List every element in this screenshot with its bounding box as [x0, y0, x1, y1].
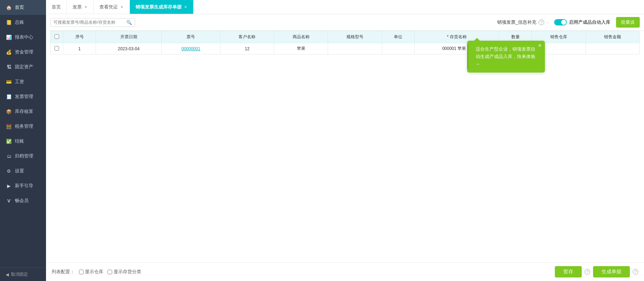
- th-customer: 客户名称: [220, 31, 274, 43]
- search-input[interactable]: [53, 20, 125, 25]
- sidebar-label-archive: 归档管理: [15, 153, 33, 159]
- sidebar-item-tax[interactable]: 🧮 税务管理: [0, 119, 46, 134]
- home-icon: 🏠: [6, 4, 12, 11]
- show-warehouse-checkbox[interactable]: [79, 270, 84, 274]
- list-config: 列表配置： 显示仓库 显示存货分类: [52, 269, 141, 275]
- sidebar-item-assets[interactable]: 🏗 固定资产: [0, 59, 46, 74]
- tab-bar: 首页 发票 × 查看凭证 × 销项发票生成库存单据 ×: [46, 0, 644, 14]
- show-category-checkbox[interactable]: [108, 270, 112, 274]
- tab-invoice-close[interactable]: ×: [84, 5, 88, 10]
- sidebar-label-reports: 报表中心: [15, 34, 33, 40]
- row-checkbox-cell[interactable]: [51, 43, 63, 55]
- save-help-icon[interactable]: ?: [585, 269, 590, 275]
- sidebar-label-labor: 工资: [15, 79, 24, 85]
- row-checkbox[interactable]: [54, 46, 59, 51]
- sidebar-item-funds[interactable]: 💰 资金管理: [0, 45, 46, 59]
- unpin-arrow-icon: ◀: [6, 272, 9, 277]
- config-label: 列表配置：: [52, 269, 75, 275]
- th-unit: 单位: [382, 31, 414, 43]
- toolbar: 🔍 销项发票_信息补充 ? 启用产成品自动入库 批量设: [46, 14, 644, 31]
- tooltip-left-bar: [467, 44, 468, 69]
- ledger-icon: 📒: [6, 19, 12, 25]
- sidebar-item-warehouse[interactable]: 📦 库存核算: [0, 104, 46, 119]
- show-warehouse-label[interactable]: 显示仓库: [79, 269, 103, 275]
- member-icon: V: [6, 197, 12, 204]
- generate-button[interactable]: 生成单据: [593, 266, 630, 277]
- batch-button[interactable]: 批量设: [616, 17, 640, 28]
- tooltip-text: 适合生产型企业，销项发票自动生成产成品入库，快来体验～: [473, 46, 539, 68]
- guide-icon: ▶: [6, 183, 12, 189]
- th-checkbox: [51, 31, 63, 43]
- sidebar-item-settings[interactable]: ⚙ 设置: [0, 164, 46, 178]
- page-content: 🔍 销项发票_信息补充 ? 启用产成品自动入库 批量设: [46, 14, 644, 281]
- th-number: 票号: [162, 31, 220, 43]
- funds-icon: 💰: [6, 49, 12, 55]
- generate-help-icon[interactable]: ?: [633, 269, 638, 275]
- sidebar-item-ledger[interactable]: 📒 总账: [0, 15, 46, 30]
- invoice-icon: 🧾: [6, 93, 12, 100]
- sidebar-label-warehouse: 库存核算: [15, 108, 33, 115]
- unpin-label: 取消固定: [11, 271, 28, 277]
- row-date: 2023-03-04: [96, 43, 162, 55]
- checkout-icon: ✅: [6, 138, 12, 144]
- tab-invoice-label: 发票: [73, 4, 82, 10]
- data-table: 序号 开票日期 票号 客户名称 商品名称 规格型号 单位 * 存货名称 数量 销…: [50, 31, 640, 55]
- tab-home[interactable]: 首页: [46, 0, 67, 14]
- tab-generate[interactable]: 销项发票生成库存单据 ×: [130, 0, 194, 14]
- main-content: 首页 发票 × 查看凭证 × 销项发票生成库存单据 × 🔍 销项发票_信息补充 …: [46, 0, 644, 281]
- show-warehouse-text: 显示仓库: [85, 269, 103, 275]
- sidebar-item-checkout[interactable]: ✅ 结账: [0, 134, 46, 149]
- sidebar-label-checkout: 结账: [15, 138, 24, 144]
- auto-import-toggle[interactable]: [554, 19, 567, 25]
- info-help-icon[interactable]: ?: [539, 19, 544, 25]
- row-amount: [586, 43, 639, 55]
- sidebar-label-member: 畅会员: [15, 197, 29, 204]
- th-seq: 序号: [63, 31, 96, 43]
- tab-generate-label: 销项发票生成库存单据: [136, 4, 182, 10]
- tab-generate-close[interactable]: ×: [184, 5, 188, 10]
- sidebar-item-home[interactable]: 🏠 首页: [0, 0, 46, 15]
- sidebar-item-archive[interactable]: 🗂 归档管理: [0, 149, 46, 164]
- row-spec: [328, 43, 382, 55]
- sidebar-item-member[interactable]: V 畅会员: [0, 193, 46, 208]
- row-unit: [382, 43, 414, 55]
- table-container: 序号 开票日期 票号 客户名称 商品名称 规格型号 单位 * 存货名称 数量 销…: [46, 31, 644, 262]
- th-amount: 销售金额: [586, 31, 639, 43]
- tab-voucher-close[interactable]: ×: [120, 5, 124, 10]
- sidebar-item-labor[interactable]: 💳 工资: [0, 74, 46, 89]
- tax-icon: 🧮: [6, 123, 12, 130]
- save-button[interactable]: 暂存: [555, 266, 582, 277]
- sidebar-item-reports[interactable]: 📊 报表中心: [0, 30, 46, 45]
- tab-home-label: 首页: [52, 4, 61, 10]
- row-product: 苹果: [274, 43, 328, 55]
- tab-voucher[interactable]: 查看凭证 ×: [94, 0, 130, 14]
- warehouse-icon: 📦: [6, 108, 12, 115]
- sidebar-item-invoice[interactable]: 🧾 发票管理: [0, 89, 46, 104]
- search-box[interactable]: 🔍: [50, 18, 135, 27]
- sidebar-label-tax: 税务管理: [15, 123, 33, 130]
- sidebar-label-guide: 新手引导: [15, 183, 33, 189]
- row-number[interactable]: 00000001: [162, 43, 220, 55]
- tooltip-close-button[interactable]: ×: [538, 43, 541, 48]
- tab-invoice[interactable]: 发票 ×: [67, 0, 94, 14]
- table-header-row: 序号 开票日期 票号 客户名称 商品名称 规格型号 单位 * 存货名称 数量 销…: [51, 31, 640, 43]
- th-product: 商品名称: [274, 31, 328, 43]
- sidebar: 🏠 首页 📒 总账 📊 报表中心 💰 资金管理 🏗 固定资产 💳 工资 🧾 发票…: [0, 0, 46, 281]
- tooltip-popup: × 适合生产型企业，销项发票自动生成产成品入库，快来体验～: [467, 41, 545, 73]
- reports-icon: 📊: [6, 34, 12, 40]
- select-all-checkbox[interactable]: [54, 34, 59, 39]
- toggle-section: 启用产成品自动入库: [554, 19, 610, 25]
- bottom-bar: 列表配置： 显示仓库 显示存货分类 暂存 ? 生成单据 ?: [46, 262, 644, 281]
- sidebar-label-assets: 固定资产: [15, 64, 33, 70]
- table-row: 1 2023-03-04 00000001 12 苹果 000001 苹果 个 …: [51, 43, 640, 55]
- action-buttons: 暂存 ? 生成单据 ?: [555, 266, 638, 277]
- info-label: 销项发票_信息补充: [497, 19, 536, 25]
- sidebar-item-guide[interactable]: ▶ 新手引导: [0, 178, 46, 193]
- row-number-link[interactable]: 00000001: [182, 46, 200, 51]
- unpin-button[interactable]: ◀ 取消固定: [0, 268, 46, 281]
- sidebar-label-funds: 资金管理: [15, 49, 33, 55]
- show-category-label[interactable]: 显示存货分类: [108, 269, 141, 275]
- toggle-label: 启用产成品自动入库: [569, 19, 610, 25]
- sidebar-label-home: 首页: [15, 4, 24, 11]
- settings-icon: ⚙: [6, 168, 12, 174]
